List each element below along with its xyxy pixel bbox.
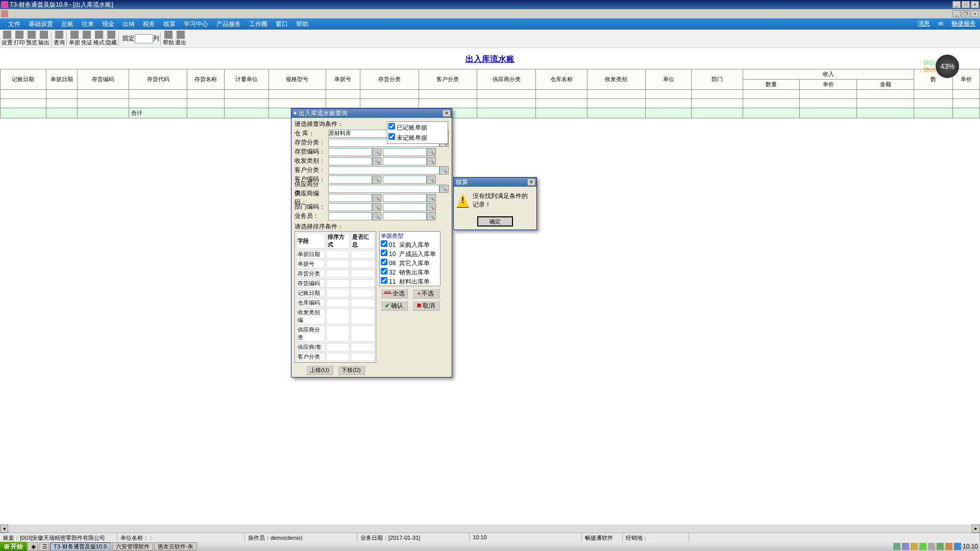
type-10-checkbox[interactable] xyxy=(381,249,387,256)
taskbar-item-2[interactable]: ☰ xyxy=(39,542,49,550)
deptcode-to-lookup[interactable]: 🔍 xyxy=(427,203,436,211)
invcode-to-input[interactable] xyxy=(383,148,427,156)
custcode-from-input[interactable] xyxy=(328,176,372,184)
vendclass-lookup[interactable]: 🔍 xyxy=(439,185,449,193)
custclass-lookup[interactable]: 🔍 xyxy=(439,166,449,174)
custcode-from-lookup[interactable]: 🔍 xyxy=(372,176,381,184)
vendcode-from-input[interactable] xyxy=(328,194,372,202)
operator-from-input[interactable] xyxy=(328,212,372,220)
alert-title[interactable]: 核算 × xyxy=(454,178,536,187)
tool-settings[interactable]: 设置 xyxy=(1,30,13,47)
report-title-link[interactable]: 出入库流水账 xyxy=(465,55,514,63)
col-in-amount[interactable]: 金额 xyxy=(857,80,914,90)
tool-output[interactable]: 输出 xyxy=(38,30,50,47)
invcode-to-lookup[interactable]: 🔍 xyxy=(427,148,436,156)
col-unit[interactable]: 计量单位 xyxy=(225,69,269,90)
col-rdtype[interactable]: 收发类别 xyxy=(587,69,646,90)
ok-button[interactable]: ✔ 确认 xyxy=(380,300,408,311)
menu-file[interactable]: 文件 xyxy=(4,19,24,30)
menu-tax[interactable]: 税务 xyxy=(139,19,159,30)
invcode-from-lookup[interactable]: 🔍 xyxy=(372,148,381,156)
menu-cash[interactable]: 现金 xyxy=(98,19,118,30)
col-invcode[interactable]: 存货编码 xyxy=(78,69,129,90)
menu-cost[interactable]: 核算 xyxy=(159,19,180,30)
tray-icon-2[interactable] xyxy=(902,543,909,550)
col-postdate[interactable]: 记账日期 xyxy=(1,69,46,90)
type-01-checkbox[interactable] xyxy=(381,240,387,247)
deptcode-from-lookup[interactable]: 🔍 xyxy=(372,203,381,211)
tool-help[interactable]: 帮助 xyxy=(162,30,175,47)
scroll-right-button[interactable]: ► xyxy=(972,524,980,533)
link-service[interactable]: 畅捷服务 xyxy=(951,19,976,29)
taskbar-item-t3[interactable]: T3-财务通普及版10.9… xyxy=(50,542,111,550)
tray-icon-7[interactable] xyxy=(945,543,952,550)
minimize-button[interactable]: _ xyxy=(952,1,961,8)
menu-basic[interactable]: 基础设置 xyxy=(24,19,57,30)
deptcode-to-input[interactable] xyxy=(383,203,427,211)
vendcode-from-lookup[interactable]: 🔍 xyxy=(372,194,381,202)
query-dialog-title[interactable]: ✦ 出入库流水账查询 × xyxy=(291,109,452,118)
type-08-checkbox[interactable] xyxy=(381,259,387,265)
tool-hide[interactable]: 隐藏 xyxy=(105,30,117,47)
col-company[interactable]: 单位 xyxy=(646,69,692,90)
alert-close-button[interactable]: × xyxy=(527,179,535,186)
child-close-button[interactable]: × xyxy=(971,10,979,17)
col-vendclass[interactable]: 供应商分类 xyxy=(477,69,536,90)
scroll-left-button[interactable]: ◄ xyxy=(0,524,8,533)
posted-checkbox[interactable] xyxy=(388,123,395,130)
col-custclass[interactable]: 客户分类 xyxy=(419,69,477,90)
cancel-button[interactable]: ✖ 取消 xyxy=(412,300,439,311)
col-docno[interactable]: 单据号 xyxy=(326,69,360,90)
colgroup-in[interactable]: 收入 xyxy=(743,69,914,80)
tool-print[interactable]: 打印 xyxy=(13,30,26,47)
child-minimize-button[interactable]: _ xyxy=(952,10,961,17)
tool-query[interactable]: 查询 xyxy=(53,30,65,47)
link-messages[interactable]: 消息 xyxy=(918,19,930,29)
menu-product[interactable]: 产品服务 xyxy=(212,19,245,30)
table-row[interactable] xyxy=(1,90,980,99)
tool-preview[interactable]: 预览 xyxy=(26,30,38,47)
unposted-checkbox[interactable] xyxy=(388,133,395,140)
custcode-to-lookup[interactable]: 🔍 xyxy=(427,176,436,184)
col-invid[interactable]: 存货代码 xyxy=(129,69,187,90)
tray-icon-3[interactable] xyxy=(911,543,918,550)
custclass-input[interactable] xyxy=(328,166,439,174)
col-docdate[interactable]: 单据日期 xyxy=(46,69,78,90)
col-dept[interactable]: 部门 xyxy=(691,69,743,90)
vendclass-input[interactable] xyxy=(328,185,439,193)
horizontal-scrollbar[interactable]: ◄ ► xyxy=(0,524,980,533)
deptcode-from-input[interactable] xyxy=(328,203,372,211)
tray-icon-1[interactable] xyxy=(893,543,900,550)
maximize-button[interactable]: □ xyxy=(962,1,970,8)
tool-format[interactable]: 格式 xyxy=(93,30,105,47)
operator-to-input[interactable] xyxy=(383,212,427,220)
type-32-checkbox[interactable] xyxy=(381,268,387,274)
col-in-price[interactable]: 单价 xyxy=(800,80,857,90)
operator-to-lookup[interactable]: 🔍 xyxy=(427,212,436,220)
menu-gl[interactable]: 总账 xyxy=(57,19,78,30)
vendcode-to-lookup[interactable]: 🔍 xyxy=(427,194,436,202)
move-down-button[interactable]: 下移(D) xyxy=(337,365,365,375)
menu-learn[interactable]: 学习中心 xyxy=(180,19,212,30)
taskbar-item-huiyou[interactable]: 惠友云软件-朱 xyxy=(154,542,197,550)
tray-icon-8[interactable] xyxy=(954,543,961,550)
rdtype-from-lookup[interactable]: 🔍 xyxy=(372,157,381,165)
fixed-cols-input[interactable] xyxy=(135,34,153,43)
col-invclass[interactable]: 存货分类 xyxy=(360,69,419,90)
menu-workcircle[interactable]: 工作圈 xyxy=(245,19,272,30)
tool-voucher[interactable]: 单据 xyxy=(68,30,81,47)
tray-icon-5[interactable] xyxy=(928,543,935,550)
sort-table[interactable]: 字段排序方式是否汇总 单据日期 单据号 存货分类 存货编码 记账日期 仓库编码 … xyxy=(295,231,376,363)
child-restore-button[interactable]: ❐ xyxy=(962,10,970,17)
tool-cert[interactable]: 凭证 xyxy=(81,30,93,47)
menu-cashier[interactable]: 出纳 xyxy=(118,19,139,30)
rdtype-to-lookup[interactable]: 🔍 xyxy=(427,157,436,165)
invcode-from-input[interactable] xyxy=(328,148,372,156)
vendcode-to-input[interactable] xyxy=(383,194,427,202)
tray-icon-4[interactable] xyxy=(919,543,926,550)
col-invname[interactable]: 存货名称 xyxy=(187,69,225,90)
col-in-qty[interactable]: 数量 xyxy=(743,80,800,90)
query-dialog-close[interactable]: × xyxy=(443,110,451,117)
menu-help[interactable]: 帮助 xyxy=(292,19,312,30)
table-row[interactable] xyxy=(1,99,980,108)
